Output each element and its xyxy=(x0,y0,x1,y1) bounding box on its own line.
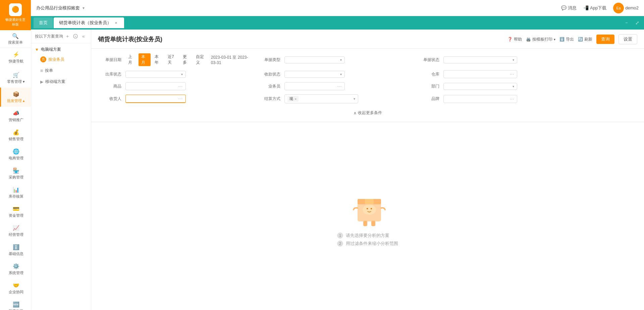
sidebar-search[interactable]: 🔍 搜索菜单 xyxy=(0,30,31,48)
scheme-edit-btn[interactable]: ✎ xyxy=(72,33,79,40)
department-select[interactable]: ▾ xyxy=(443,83,517,90)
sidebar-item-ecommerce[interactable]: 🌐 电商管理 xyxy=(0,145,31,164)
date-tab-custom[interactable]: 自定义 xyxy=(193,53,208,66)
refresh-label: 刷新 xyxy=(584,37,592,42)
date-tab-thismonth[interactable]: 本月 xyxy=(139,53,150,66)
goods-input[interactable]: ··· xyxy=(125,82,186,90)
sidebar: 🟠 畅捷通好生意 标版 🔍 搜索菜单 ⚡ 快捷导航 🛒 零售管理 ▾ 📦 批发管… xyxy=(0,0,31,310)
doc-status-label: 单据状态 xyxy=(416,57,439,63)
app-download-action[interactable]: 📲 App下载 xyxy=(583,5,606,11)
scheme-order-header[interactable]: ⊞ 按单 xyxy=(31,66,91,75)
newbie-icon: 🆕 xyxy=(13,301,19,308)
filter-row-4: 收货人 ··· 结算方式 现 × ▾ xyxy=(98,94,637,103)
brand-label: 品牌 xyxy=(416,96,439,102)
inventory-icon: 📊 xyxy=(13,187,19,193)
warehouse-dots: ··· xyxy=(510,72,514,76)
marketing-label: 营销推广 xyxy=(9,117,23,122)
consignee-control[interactable]: ··· xyxy=(125,95,253,103)
out-status-select[interactable]: ▾ xyxy=(125,71,186,78)
goods-dots: ··· xyxy=(178,84,183,89)
scheme-collapse-btn[interactable]: « xyxy=(80,33,87,40)
tab-sales-stats[interactable]: 销货单统计表（按业务员） × xyxy=(54,17,124,28)
tab-close-btn[interactable]: × xyxy=(113,20,119,25)
search-label: 搜索菜单 xyxy=(8,40,23,45)
date-tab-lastmonth[interactable]: 上月 xyxy=(125,53,137,66)
scheme-add-btn[interactable]: + xyxy=(64,33,71,40)
scheme-panel: 按以下方案查询 + ✎ « ▼ 电脑端方案 员 按业务员 xyxy=(31,30,91,310)
brand-input[interactable]: ··· xyxy=(443,95,517,103)
department-control[interactable]: ▾ xyxy=(443,83,571,90)
consignee-input[interactable]: ··· xyxy=(125,95,186,103)
scheme-item-mobile[interactable]: ▶ 移动端方案 xyxy=(31,77,91,87)
sidebar-item-wholesale[interactable]: 📦 批发管理 ▴ xyxy=(0,88,31,107)
sidebar-item-system[interactable]: ⚙️ 系统管理 xyxy=(0,260,31,279)
settlement-control[interactable]: 现 × ▾ xyxy=(284,94,412,103)
message-action[interactable]: 💬 消息 xyxy=(561,5,577,11)
scheme-panel-title: 按以下方案查询 xyxy=(35,34,63,39)
topbar: 办公用品行业模拟账套 ▾ 💬 消息 📲 App下载 Ea demo2 xyxy=(31,0,644,16)
app-logo: 🟠 畅捷通好生意 标版 xyxy=(0,0,31,30)
brand-control[interactable]: ··· xyxy=(443,95,571,103)
export-action[interactable]: ⬇️ 导出 xyxy=(559,37,574,42)
doc-status-control[interactable]: ▾ xyxy=(443,56,571,63)
sidebar-item-finance[interactable]: 💳 资金管理 xyxy=(0,202,31,221)
user-name: demo2 xyxy=(625,5,639,10)
user-profile[interactable]: Ea demo2 xyxy=(613,3,639,13)
content-area: 按以下方案查询 + ✎ « ▼ 电脑端方案 员 按业务员 xyxy=(31,30,644,310)
help-action[interactable]: ❓ 帮助 xyxy=(507,37,522,42)
warehouse-input[interactable]: ··· xyxy=(443,70,517,78)
tab-minimize-btn[interactable]: － xyxy=(623,19,631,27)
refresh-action[interactable]: 🔄 刷新 xyxy=(578,37,592,42)
help-label: 帮助 xyxy=(514,37,522,42)
doc-type-control[interactable]: ▾ xyxy=(284,56,412,63)
sidebar-item-quicknav[interactable]: ⚡ 快捷导航 xyxy=(0,48,31,67)
collapse-button[interactable]: ∧ 收起更多条件 xyxy=(350,109,386,117)
main-content: 办公用品行业模拟账套 ▾ 💬 消息 📲 App下载 Ea demo2 首页 xyxy=(31,0,644,310)
svg-point-7 xyxy=(371,208,372,209)
topbar-dropdown-arrow[interactable]: ▾ xyxy=(83,6,85,10)
message-label: 消息 xyxy=(568,5,577,11)
warehouse-control[interactable]: ··· xyxy=(443,70,571,78)
sidebar-item-purchase[interactable]: 🏪 采购管理 xyxy=(0,164,31,183)
doc-type-label: 单据类型 xyxy=(257,57,280,63)
scheme-panel-header: 按以下方案查询 + ✎ « xyxy=(31,30,91,43)
receive-status-control[interactable]: ▾ xyxy=(284,71,412,78)
sidebar-item-retail[interactable]: 🛒 零售管理 ▾ xyxy=(0,68,31,88)
sidebar-item-newbie[interactable]: 🆕 新手引导 xyxy=(0,298,31,310)
settlement-tag-close-btn[interactable]: × xyxy=(294,97,297,101)
sidebar-item-operations[interactable]: 📈 经营管理 xyxy=(0,221,31,241)
tabs-bar: 首页 销货单统计表（按业务员） × － ⤢ xyxy=(31,16,644,30)
salesperson-control[interactable]: ··· xyxy=(284,82,412,90)
date-tab-7days[interactable]: 近7天 xyxy=(165,53,179,66)
sidebar-item-basic[interactable]: ℹ️ 基础信息 xyxy=(0,241,31,260)
tab-home[interactable]: 首页 xyxy=(34,17,53,28)
wholesale-icon: 📦 xyxy=(13,91,19,97)
enterprise-label: 企业协同 xyxy=(9,290,23,295)
finance-label: 资金管理 xyxy=(9,213,23,218)
retail-icon: 🛒 xyxy=(13,72,19,78)
out-status-control[interactable]: ▾ xyxy=(125,71,253,78)
goods-control[interactable]: ··· xyxy=(125,82,253,90)
sidebar-item-enterprise[interactable]: 🤝 企业协同 xyxy=(0,279,31,298)
sidebar-item-marketing[interactable]: 📣 营销推广 xyxy=(0,107,31,126)
print-action[interactable]: 🖨️ 按模板打印 ▾ xyxy=(526,37,555,42)
receive-status-select[interactable]: ▾ xyxy=(284,71,345,78)
scheme-desktop-header[interactable]: ▼ 电脑端方案 xyxy=(31,45,91,54)
operations-icon: 📈 xyxy=(13,225,19,231)
salesperson-input[interactable]: ··· xyxy=(284,82,345,90)
empty-svg xyxy=(347,185,391,228)
scheme-order-label: 按单 xyxy=(45,68,53,73)
scheme-item-salesperson[interactable]: 员 按业务员 xyxy=(31,54,91,64)
purchase-icon: 🏪 xyxy=(13,167,19,174)
tab-maximize-btn[interactable]: ⤢ xyxy=(633,19,641,27)
date-tab-thisyear[interactable]: 本年 xyxy=(152,53,164,66)
doc-status-select[interactable]: ▾ xyxy=(443,56,517,63)
date-tab-more[interactable]: 更多 xyxy=(180,53,192,66)
sidebar-item-inventory[interactable]: 📊 库存核算 xyxy=(0,183,31,202)
query-button[interactable]: 查询 xyxy=(596,35,614,44)
app-name: 畅捷通好生意 标版 xyxy=(5,17,25,27)
settings-button[interactable]: 设置 xyxy=(619,34,637,44)
sidebar-item-sales[interactable]: 💰 销售管理 xyxy=(0,126,31,145)
doc-type-select[interactable]: ▾ xyxy=(284,56,345,63)
settlement-select[interactable]: 现 × ▾ xyxy=(284,94,358,103)
